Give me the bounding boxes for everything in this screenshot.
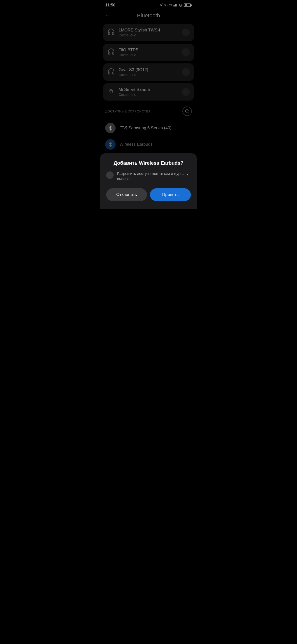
dialog-checkbox[interactable] bbox=[106, 172, 114, 179]
dialog-checkbox-row: Разрешить доступ к контактам и журналу в… bbox=[106, 171, 191, 181]
pairing-dialog: Добавить Wireless Earbuds? Разрешить дос… bbox=[100, 153, 197, 209]
accept-button[interactable]: Принять bbox=[150, 188, 191, 201]
dialog-checkbox-label: Разрешить доступ к контактам и журналу в… bbox=[117, 171, 191, 181]
dialog-title: Добавить Wireless Earbuds? bbox=[106, 160, 191, 166]
decline-button[interactable]: Отклонить bbox=[106, 188, 147, 201]
dialog-buttons: Отклонить Принять bbox=[106, 188, 191, 201]
